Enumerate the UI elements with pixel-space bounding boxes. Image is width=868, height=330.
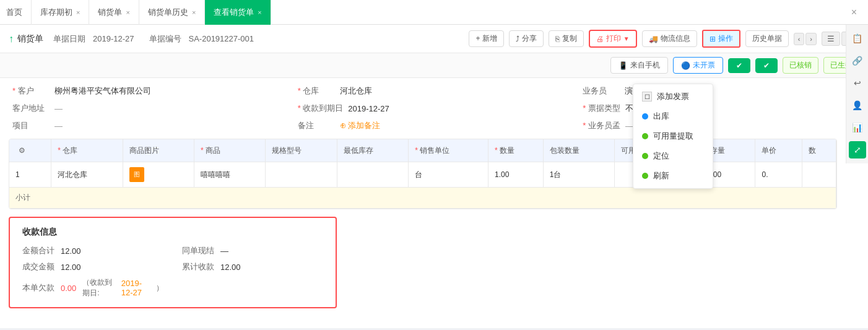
confirm-button[interactable]: ✔ — [728, 58, 750, 73]
copy-icon: ⎘ — [555, 35, 560, 43]
second-toolbar: 📱 来自手机 🔵 未开票 ✔ ✔ 已核销 已生效 — [0, 53, 868, 78]
number-label: 单据编号 — [149, 33, 181, 45]
current-arrears-label: 本单欠款 — [22, 282, 54, 293]
checkbox-icon: ☐ — [642, 92, 652, 102]
logistics-button[interactable]: 🚚 物流信息 — [642, 30, 697, 47]
settings-icon[interactable]: ⚙ — [15, 144, 28, 157]
doc-meta: 单据日期 2019-12-27 单据编号 SA-20191227-001 — [53, 33, 256, 45]
transaction-amount-value: 12.00 — [61, 263, 81, 272]
warehouse-label: 仓库 — [298, 85, 335, 97]
sidebar-user-icon[interactable]: 👤 — [849, 97, 866, 114]
remark-add-btn[interactable]: ⊕ 添加备注 — [340, 120, 381, 131]
print-icon: 🖨 — [596, 35, 604, 43]
tab-view-sales[interactable]: 查看销货单 × — [205, 0, 271, 25]
col-spec: 规格型号 — [266, 139, 337, 162]
row-pack-qty: 1台 — [543, 162, 614, 188]
customer-field: 客户 柳州粤港平安气体有限公司 — [12, 85, 285, 97]
row-sales-unit: 台 — [409, 162, 488, 188]
amount-total-label: 金额合计 — [22, 245, 54, 256]
outbound-item[interactable]: 出库 — [633, 106, 713, 126]
current-arrears-row: 本单欠款 0.00 （收款到期日: 2019-12-27 ） — [22, 277, 163, 298]
share-button[interactable]: ⤴ 分享 — [509, 30, 544, 47]
sidebar-back-icon[interactable]: ↩ — [849, 74, 866, 92]
tab-bar: 首页 库存期初 × 销货单 × 销货单历史 × 查看销货单 × × — [0, 0, 868, 25]
ticket-type-label: 票据类型 — [583, 103, 620, 114]
arrears-close-paren: ） — [156, 283, 163, 293]
tab-close-sales[interactable]: × — [126, 9, 129, 16]
payment-due-value: 2019-12-27 — [348, 104, 389, 113]
locate-item[interactable]: 定位 — [633, 146, 713, 166]
remark-label: 备注 — [298, 120, 335, 131]
project-label: 项目 — [12, 120, 50, 131]
staff-field: 业务员 演示账号 — [583, 85, 856, 97]
window-close-button[interactable]: × — [846, 7, 862, 18]
add-icon: ⊕ — [340, 121, 346, 130]
amount-total-value: 12.00 — [61, 246, 81, 256]
product-image: 图 — [129, 167, 144, 182]
copy-button[interactable]: ⎘ 复制 — [549, 30, 584, 47]
row-seq: 1 — [9, 162, 51, 188]
history-button[interactable]: 历史单据 — [745, 30, 789, 47]
col-gear: ⚙ — [9, 139, 51, 162]
sidebar-link-icon[interactable]: 🔗 — [849, 52, 866, 69]
warehouse-value: 河北仓库 — [340, 85, 372, 97]
date-label: 单据日期 — [53, 33, 85, 45]
prev-arrow[interactable]: ‹ — [794, 33, 805, 45]
customer-addr-value: — — [54, 104, 63, 113]
payment-due-label: 收款到期日 — [298, 103, 344, 114]
operate-button[interactable]: ⊞ 操作 — [702, 30, 740, 48]
same-order-settle-row: 同单现结 — — [182, 245, 323, 256]
warehouse-field: 仓库 河北仓库 — [298, 85, 571, 97]
row-product: 嘻嘻嘻嘻 — [194, 162, 266, 188]
staff-label: 业务员 — [583, 85, 620, 97]
share-icon: ⤴ — [516, 35, 519, 43]
not-open-button[interactable]: 🔵 未开票 — [673, 57, 723, 74]
row-min-stock — [337, 162, 408, 188]
available-qty-label: 可用量提取 — [653, 131, 693, 142]
tab-close-history[interactable]: × — [192, 9, 196, 16]
refresh-label: 刷新 — [653, 170, 669, 181]
tab-close-inventory[interactable]: × — [76, 9, 80, 16]
tab-close-view[interactable]: × — [258, 9, 261, 16]
staff2-label: 业务员孟 — [583, 120, 620, 131]
same-order-settle-label: 同单现结 — [182, 245, 214, 256]
col-amount: 数 — [802, 139, 836, 162]
sidebar-doc-icon[interactable]: 📋 — [849, 30, 866, 47]
list-view-icon[interactable]: ☰ — [822, 32, 840, 46]
sidebar-chart-icon[interactable]: 📊 — [849, 119, 866, 136]
row-amount — [802, 162, 836, 188]
doc-header: ↑ 销货单 单据日期 2019-12-27 单据编号 SA-20191227-0… — [0, 25, 868, 53]
doc-title-text: 销货单 — [17, 33, 43, 45]
row-spec — [266, 162, 337, 188]
new-button[interactable]: + 新增 — [469, 30, 503, 47]
tab-inventory-init[interactable]: 库存期初 × — [32, 0, 89, 25]
payment-grid: 金额合计 12.00 同单现结 — 成交金额 12.00 累计收款 12.00 … — [22, 245, 323, 298]
confirm2-button[interactable]: ✔ — [755, 58, 778, 73]
project-field: 项目 — — [12, 120, 285, 131]
outbound-label: 出库 — [653, 111, 669, 122]
print-button[interactable]: 🖨 打印 ▼ — [589, 30, 637, 48]
from-phone-button[interactable]: 📱 来自手机 — [610, 57, 668, 74]
tab-home[interactable]: 首页 — [6, 0, 32, 25]
refresh-item[interactable]: 刷新 — [633, 166, 713, 186]
add-invoice-item[interactable]: ☐ 添加发票 — [633, 87, 713, 106]
customer-addr-label: 客户地址 — [12, 103, 50, 114]
available-qty-dot — [642, 133, 648, 139]
subtotal-row: 小计 — [9, 188, 836, 209]
refresh-dot — [642, 173, 648, 179]
payment-due-field: 收款到期日 2019-12-27 — [298, 103, 571, 114]
col-product-img: 商品图片 — [123, 139, 194, 162]
amount-total-row: 金额合计 12.00 — [22, 245, 163, 256]
print-dropdown-icon: ▼ — [623, 35, 630, 42]
tab-sales-history[interactable]: 销货单历史 × — [139, 0, 205, 25]
row-warehouse: 河北仓库 — [51, 162, 123, 188]
tab-sales-order[interactable]: 销货单 × — [89, 0, 139, 25]
locate-label: 定位 — [653, 150, 669, 162]
cumulative-payment-value: 12.00 — [220, 263, 241, 272]
next-arrow[interactable]: › — [805, 33, 817, 45]
form-section: 客户 柳州粤港平安气体有限公司 仓库 河北仓库 业务员 演示账号 客户地址 — … — [0, 78, 868, 139]
col-warehouse: 仓库 — [51, 139, 123, 162]
available-qty-item[interactable]: 可用量提取 — [633, 126, 713, 146]
sidebar-expand-icon[interactable]: ⤢ — [849, 141, 866, 158]
right-sidebar: 📋 🔗 ↩ 👤 📊 ⤢ — [846, 25, 868, 163]
